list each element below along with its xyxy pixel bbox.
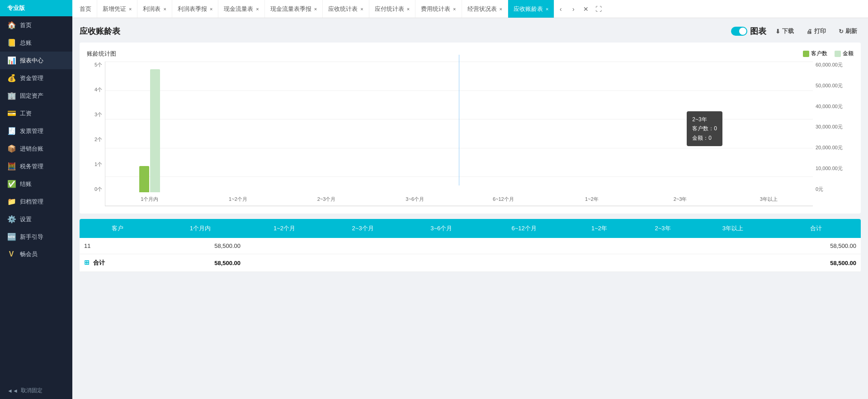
unpin-button[interactable]: ◄◄ 取消固定 <box>0 382 72 399</box>
total-label-text: 合计 <box>93 259 105 266</box>
tab-profit-quarterly[interactable]: 利润表季报 × <box>172 0 218 18</box>
sidebar-item-ledger-label: 总账 <box>20 39 32 47</box>
bar-group-3-6month <box>371 62 459 192</box>
app-logo: 专业版 <box>0 0 72 16</box>
sidebar-item-home[interactable]: 🏠 首页 <box>0 16 72 34</box>
refresh-button[interactable]: ↻ 刷新 <box>835 25 861 37</box>
chart-y-right: 60,000.00元 50,000.00元 40,000.00元 30,000.… <box>813 62 854 206</box>
sidebar-item-report[interactable]: 📊 报表中心 <box>0 52 72 69</box>
tab-ar-stats-close[interactable]: × <box>360 6 363 12</box>
tab-expense-stats-close[interactable]: × <box>453 6 456 12</box>
refresh-label: 刷新 <box>845 27 857 35</box>
tab-home[interactable]: 首页 <box>74 0 97 18</box>
td-total-col6 <box>567 254 631 272</box>
tab-ar-stats[interactable]: 应收统计表 × <box>323 0 369 18</box>
bar-green-1month <box>139 166 149 192</box>
sidebar-item-tax[interactable]: 🧮 税务管理 <box>0 157 72 175</box>
bar-group-1month <box>105 62 194 192</box>
tab-cashflow-quarterly[interactable]: 现金流量表季报 × <box>265 0 323 18</box>
y-left-label-3: 3个 <box>94 111 102 118</box>
tab-ap-stats-close[interactable]: × <box>407 6 410 12</box>
sidebar-item-checkout[interactable]: ✅ 结账 <box>0 175 72 193</box>
page-title-actions: 图表 ⬇ 下载 🖨 打印 ↻ 刷新 <box>731 25 861 37</box>
bar-group-6-12month <box>459 62 548 192</box>
page-title-text: 应收账龄表 <box>80 26 120 37</box>
fund-icon: 💰 <box>7 74 15 82</box>
tab-ar-aging[interactable]: 应收账龄表 × <box>508 0 554 18</box>
sidebar-item-inventory[interactable]: 📦 进销台账 <box>0 140 72 157</box>
sidebar-item-fixed-assets[interactable]: 🏢 固定资产 <box>0 87 72 104</box>
table-total-row: ⊞ 合计 58,500.00 58,500.00 <box>80 254 861 272</box>
sidebar-item-fixed-assets-label: 固定资产 <box>20 92 43 100</box>
sidebar-item-settings[interactable]: ⚙️ 设置 <box>0 210 72 228</box>
tab-close-all-button[interactable]: ✕ <box>580 3 592 15</box>
td-total-label: ⊞ 合计 <box>80 254 155 272</box>
tab-prev-button[interactable]: ‹ <box>554 3 567 15</box>
tab-new-voucher-label: 新增凭证 <box>103 5 126 13</box>
chart-area: 5个 4个 3个 2个 1个 0个 <box>87 62 854 206</box>
td-2-3month <box>324 238 402 254</box>
tab-new-voucher-close[interactable]: × <box>129 6 132 12</box>
y-left-label-2: 2个 <box>94 136 102 143</box>
th-1-2month: 1~2个月 <box>245 219 324 238</box>
chart-toggle[interactable]: 图表 <box>731 26 766 37</box>
tab-profit-quarterly-close[interactable]: × <box>210 6 212 12</box>
th-2-3month: 2~3个月 <box>324 219 402 238</box>
sidebar-item-archive[interactable]: 📁 归档管理 <box>0 193 72 210</box>
tab-expand-button[interactable]: ⛶ <box>592 3 605 15</box>
tab-business-status-close[interactable]: × <box>500 6 502 12</box>
tab-business-status-label: 经营状况表 <box>467 5 497 13</box>
home-icon: 🏠 <box>7 21 15 29</box>
tab-cashflow[interactable]: 现金流量表 × <box>218 0 264 18</box>
sidebar-item-salary[interactable]: 💳 工资 <box>0 104 72 122</box>
tab-ap-stats[interactable]: 应付统计表 × <box>369 0 415 18</box>
sidebar-item-invoice[interactable]: 🧾 发票管理 <box>0 122 72 140</box>
refresh-icon: ↻ <box>839 28 844 35</box>
tab-expense-stats[interactable]: 费用统计表 × <box>415 0 462 18</box>
invoice-icon: 🧾 <box>7 127 15 135</box>
tab-cashflow-close[interactable]: × <box>256 6 259 12</box>
sidebar-item-vip-label: 畅会员 <box>20 250 38 258</box>
tab-expense-stats-label: 费用统计表 <box>421 5 450 13</box>
sidebar-item-guide[interactable]: 🆕 新手引导 <box>0 228 72 246</box>
x-label-2-3year: 2~3年 <box>636 192 725 206</box>
total-icon: ⊞ <box>84 259 90 266</box>
sidebar-item-vip[interactable]: V 畅会员 <box>0 246 72 263</box>
td-6-12month <box>481 238 567 254</box>
td-1-2month <box>245 238 324 254</box>
tab-profit-close[interactable]: × <box>163 6 166 12</box>
sidebar-item-report-label: 报表中心 <box>20 57 43 65</box>
tab-cashflow-label: 现金流量表 <box>224 5 253 13</box>
tab-cashflow-quarterly-close[interactable]: × <box>314 6 317 12</box>
bar-group-3plus <box>724 62 813 192</box>
x-label-3plus: 3年以上 <box>724 192 813 206</box>
x-label-1month: 1个月内 <box>105 192 194 206</box>
tab-cashflow-quarterly-label: 现金流量表季报 <box>270 5 311 13</box>
download-label: 下载 <box>782 27 794 35</box>
legend-amount-label: 金额 <box>843 50 854 57</box>
td-1-2year <box>567 238 631 254</box>
toggle-track[interactable] <box>731 27 747 36</box>
table-row[interactable]: 11 58,500.00 58,500.00 <box>80 238 861 254</box>
legend-amount: 金额 <box>835 50 854 57</box>
td-1month: 58,500.00 <box>155 238 245 254</box>
print-icon: 🖨 <box>807 28 812 35</box>
bar-group-2-3month <box>282 62 371 192</box>
tab-business-status[interactable]: 经营状况表 × <box>462 0 508 18</box>
sidebar-item-ledger[interactable]: 📒 总账 <box>0 34 72 52</box>
print-button[interactable]: 🖨 打印 <box>803 25 830 37</box>
toggle-thumb <box>739 28 746 35</box>
sidebar-item-fund[interactable]: 💰 资金管理 <box>0 69 72 87</box>
print-label: 打印 <box>814 27 826 35</box>
y-right-label-10000: 10,000.00元 <box>816 165 843 172</box>
tab-profit-label: 利润表 <box>143 5 160 13</box>
fixed-assets-icon: 🏢 <box>7 91 15 100</box>
page-title-row: 应收账龄表 图表 ⬇ 下载 🖨 打印 ↻ 刷新 <box>80 25 861 37</box>
tab-profit[interactable]: 利润表 × <box>137 0 172 18</box>
y-left-label-4: 4个 <box>94 86 102 93</box>
tab-next-button[interactable]: › <box>567 3 580 15</box>
tab-new-voucher[interactable]: 新增凭证 × <box>97 0 137 18</box>
tab-ar-aging-close[interactable]: × <box>546 6 548 12</box>
sidebar-item-checkout-label: 结账 <box>20 180 32 188</box>
download-button[interactable]: ⬇ 下载 <box>772 25 797 37</box>
